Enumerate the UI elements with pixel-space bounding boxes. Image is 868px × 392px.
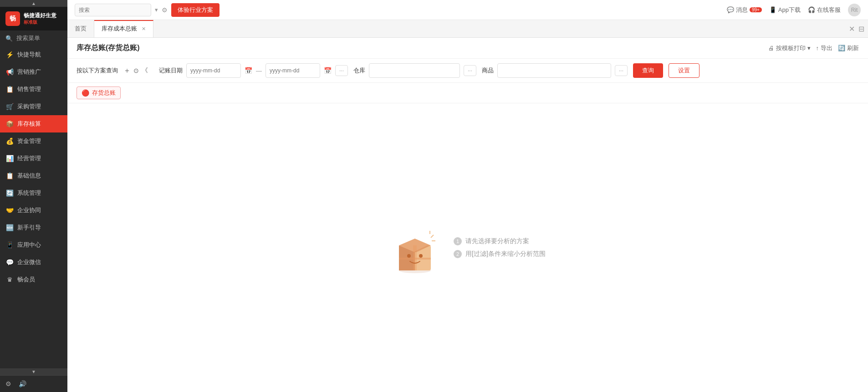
member-icon: ♛ [5,276,14,283]
app-center-icon: 📱 [5,241,14,249]
sidebar-item-basic-info[interactable]: 📋 基础信息 [0,167,67,184]
svg-line-9 [431,235,434,238]
svg-rect-5 [413,245,417,270]
calendar-start-icon[interactable]: 📅 [245,67,252,74]
product-more-btn[interactable]: ··· [615,65,628,76]
page-header: 库存总账(存货总账) 🖨 按模板打印 ▾ ↑ 导出 🔄 刷新 [67,38,868,59]
hint-text-2: 用[过滤]条件来缩小分析范围 [465,250,546,258]
user-name: Rit [851,7,858,13]
date-more-btn[interactable]: ··· [335,65,348,76]
scheme-item-label: 存货总账 [92,89,116,97]
sidebar-item-enterprise-wechat[interactable]: 💬 企业微信 [0,254,67,271]
sidebar-item-inventory[interactable]: 📦 库存核算 [0,115,67,132]
online-support-label: 在线客服 [817,6,841,14]
marketing-icon: 📢 [5,68,14,76]
header-gear-icon[interactable]: ⚙ [162,6,168,14]
sidebar-search-label: 搜索菜单 [16,34,40,42]
page-title: 库存总账(存货总账) [77,43,140,53]
sidebar-search[interactable]: 🔍 搜索菜单 [0,31,67,46]
purchase-icon: 🛒 [5,103,14,110]
filter-add-icon[interactable]: ＋ [123,66,131,76]
printer-icon: 🖨 [768,45,774,51]
sidebar-item-label: 快捷导航 [17,51,41,59]
guide-icon: 🆕 [5,224,14,231]
enterprise-wechat-icon: 💬 [5,259,14,266]
page-actions: 🖨 按模板打印 ▾ ↑ 导出 🔄 刷新 [768,44,859,52]
sound-icon[interactable]: 🔊 [19,380,26,387]
tab-inventory-cost[interactable]: 库存成本总账 ✕ [94,20,153,37]
sidebar-item-cooperation[interactable]: 🤝 企业协同 [0,202,67,219]
sidebar-item-finance[interactable]: 💰 资金管理 [0,132,67,150]
box-svg [390,225,440,275]
sidebar-scroll-down[interactable]: ▼ [0,368,67,375]
settings-button[interactable]: 设置 [669,63,700,78]
message-icon: 💬 [727,6,734,13]
app-download-btn[interactable]: 📱 App下载 [769,6,801,14]
phone-icon: 📱 [769,6,776,13]
sidebar-bottom: ⚙ 🔊 [0,375,67,392]
empty-state: 1 请先选择要分析的方案 2 用[过滤]条件来缩小分析范围 [67,103,868,392]
panel-close-icon[interactable]: ✕ [849,25,855,33]
sidebar-item-label: 畅会员 [17,275,35,284]
sidebar-item-label: 基础信息 [17,172,41,180]
export-btn[interactable]: ↑ 导出 [816,44,833,52]
query-button[interactable]: 查询 [633,63,663,78]
sidebar-item-operations[interactable]: 📊 经营管理 [0,150,67,167]
main-area: ▾ ⚙ 体验行业方案 💬 消息 99+ 📱 App下载 🎧 在线客服 Rit [67,0,868,392]
filter-edit-icon[interactable]: ⊙ [133,67,139,74]
industry-btn[interactable]: 体验行业方案 [171,3,220,17]
calendar-end-icon[interactable]: 📅 [324,67,332,74]
sidebar-nav: ⚡ 快捷导航 📢 营销推广 📋 销售管理 🛒 采购管理 📦 库存核算 💰 资金管… [0,46,67,368]
sidebar-scroll-up[interactable]: ▲ [0,0,67,7]
sales-icon: 📋 [5,86,14,93]
tab-bar: 首页 库存成本总账 ✕ ✕ ⊟ [67,20,868,38]
tab-home[interactable]: 首页 [67,20,94,37]
print-btn[interactable]: 🖨 按模板打印 ▾ [768,44,811,52]
sidebar-item-purchase[interactable]: 🛒 采购管理 [0,98,67,115]
app-subtitle: 标准版 [24,19,56,25]
quick-nav-icon: ⚡ [5,51,14,58]
top-header: ▾ ⚙ 体验行业方案 💬 消息 99+ 📱 App下载 🎧 在线客服 Rit [67,0,868,20]
empty-hint-item-2: 2 用[过滤]条件来缩小分析范围 [454,250,546,258]
refresh-btn[interactable]: 🔄 刷新 [838,44,859,52]
warehouse-more-btn[interactable]: ··· [464,65,476,76]
refresh-icon: 🔄 [838,45,845,51]
print-dropdown-icon[interactable]: ▾ [807,45,811,51]
message-badge: 99+ [750,7,762,12]
sidebar-item-guide[interactable]: 🆕 新手引导 [0,219,67,236]
message-btn[interactable]: 💬 消息 99+ [727,6,762,14]
date-end-input[interactable] [266,63,320,78]
sidebar-item-system[interactable]: 🔄 系统管理 [0,184,67,202]
warehouse-input[interactable] [369,63,460,78]
sidebar-item-marketing[interactable]: 📢 营销推广 [0,63,67,81]
online-support-btn[interactable]: 🎧 在线客服 [808,6,841,14]
date-start-input[interactable] [186,63,241,78]
export-icon: ↑ [816,45,819,51]
user-avatar[interactable]: Rit [848,4,861,16]
scheme-item-inventory[interactable]: 🔴 存货总账 [77,87,121,99]
empty-illustration [390,225,435,270]
basic-info-icon: 📋 [5,172,14,179]
hint-number-1: 1 [454,237,462,245]
hint-text-1: 请先选择要分析的方案 [465,237,529,245]
app-download-label: App下载 [778,6,801,14]
header-chevron-icon[interactable]: ▾ [155,6,158,13]
product-input[interactable] [497,63,611,78]
sidebar-item-app-center[interactable]: 📱 应用中心 [0,236,67,254]
settings-icon[interactable]: ⚙ [5,380,11,387]
panel-expand-icon[interactable]: ⊟ [858,25,864,33]
header-right: 💬 消息 99+ 📱 App下载 🎧 在线客服 Rit [727,4,861,16]
sidebar-item-quick-nav[interactable]: ⚡ 快捷导航 [0,46,67,63]
operations-icon: 📊 [5,155,14,162]
header-search-input[interactable] [75,4,151,16]
sidebar-item-member[interactable]: ♛ 畅会员 [0,271,67,288]
tab-close-icon[interactable]: ✕ [142,26,146,31]
tab-home-label: 首页 [75,25,87,32]
app-logo-icon: 畅 [5,11,20,26]
scheme-area: 🔴 存货总账 [67,83,868,103]
cooperation-icon: 🤝 [5,207,14,214]
filter-label: 按以下方案查询 [77,66,118,75]
sidebar-item-sales[interactable]: 📋 销售管理 [0,81,67,98]
empty-hint-item-1: 1 请先选择要分析的方案 [454,237,546,245]
filter-collapse-icon[interactable]: 《 [142,66,148,75]
